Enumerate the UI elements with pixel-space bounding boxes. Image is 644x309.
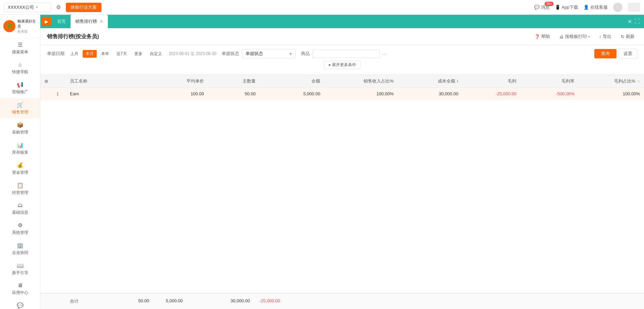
page-header: 销售排行榜(按业务员) ❓ 帮助 🖨 按模板打印 ▾ ↑ 导出 — [40, 28, 644, 45]
row-gross-pct: 100.00% — [578, 88, 644, 100]
date-btn-last-month[interactable]: 上月 — [67, 50, 81, 58]
top-right-actions: 💬 消息 99+ 📱 App下载 👤 在线客服 — [534, 3, 640, 12]
refresh-button[interactable]: ↻ 刷新 — [618, 32, 637, 41]
guide-icon: 📖 — [17, 262, 24, 269]
settings-icon[interactable]: ⚙ — [54, 3, 63, 12]
sidebar-item-inventory[interactable]: 📊 库存核算 — [0, 139, 40, 159]
maximize-icon[interactable]: ⛶ — [635, 18, 640, 24]
message-button[interactable]: 💬 消息 99+ — [534, 4, 550, 10]
row-gross: -25,000.00 — [462, 88, 520, 100]
sales-icon: 🛒 — [17, 102, 24, 108]
cost-info-icon[interactable]: ℹ — [457, 79, 458, 83]
col-header-avg-price: 平均单价 — [143, 75, 208, 88]
date-btn-this-month[interactable]: 本月 — [83, 50, 97, 58]
service-label: 在线客服 — [590, 4, 608, 10]
tab-home-label: 首页 — [57, 18, 66, 24]
date-btn-7days[interactable]: 近7天 — [114, 50, 130, 58]
goods-input[interactable] — [312, 50, 380, 58]
sidebar-item-finance[interactable]: 💰 资金管理 — [0, 159, 40, 179]
query-button[interactable]: 查询 — [594, 49, 616, 58]
print-label: 按模板打印 — [565, 34, 587, 40]
help-button[interactable]: ❓ 帮助 — [532, 32, 553, 41]
online-service-button[interactable]: 👤 在线客服 — [584, 4, 608, 10]
col-header-gross: 毛利 — [462, 75, 520, 88]
tab-sales-ranking[interactable]: 销售排行榜 ✕ — [71, 15, 108, 28]
status-select[interactable]: 单据状态 ▾ — [242, 49, 296, 58]
table-row: 1 Eam 100.00 50.00 — [40, 88, 644, 100]
sidebar-item-search[interactable]: ☰ 搜索菜单 — [0, 38, 40, 58]
more-options-icon[interactable]: ··· — [382, 51, 386, 56]
goods-filter-label: 商品 — [301, 51, 310, 57]
footer-empty-rank — [40, 296, 66, 306]
date-btn-more[interactable]: 更多 — [131, 50, 145, 58]
apps-icon: 🖥 — [17, 282, 23, 289]
col-header-cost: 成本全额 ℹ — [398, 75, 462, 88]
page-title: 销售排行榜(按业务员) — [47, 33, 99, 40]
finance-icon: 💰 — [17, 162, 24, 168]
sidebar-item-enterprise[interactable]: 🏢 企业协同 — [0, 239, 40, 259]
export-button[interactable]: ↑ 导出 — [597, 32, 614, 41]
table-header-row: ⚙ 员工名称 平均单价 主数量 — [40, 75, 644, 88]
sidebar-item-apps[interactable]: 🖥 应用中心 — [0, 279, 40, 299]
tab-bar: ▶ 首页 销售排行榜 ✕ ✕ ⛶ — [40, 15, 644, 28]
sidebar-item-sales[interactable]: 🛒 销售管理 — [0, 98, 40, 118]
col-header-name: 员工名称 — [66, 75, 143, 88]
sidebar-item-marketing[interactable]: 📢 营销推广 — [0, 78, 40, 98]
footer-gross: -25,000.00 — [254, 296, 284, 306]
expand-more-button[interactable]: ▾ 展开更多条件 — [324, 61, 360, 69]
sidebar-item-guide[interactable]: 📖 新手引导 — [0, 259, 40, 279]
avatar[interactable] — [613, 3, 622, 12]
goods-filter-group: 商品 ··· — [301, 50, 386, 58]
company-selector[interactable]: XXXXXX公司 ▾ — [4, 3, 51, 12]
print-button[interactable]: 🖨 按模板打印 ▾ — [557, 32, 593, 41]
row-cost: 30,000.00 — [398, 88, 462, 100]
sidebar-item-operations[interactable]: 📋 经营管理 — [0, 179, 40, 199]
tab-nav-icon[interactable]: ▶ — [42, 17, 51, 26]
app-download-button[interactable]: 📱 App下载 — [555, 4, 578, 10]
sidebar-item-label: 搜索菜单 — [12, 49, 28, 55]
content-area: ▶ 首页 销售排行榜 ✕ ✕ ⛶ 销售排行榜(按业务员) ❓ — [40, 15, 644, 309]
row-rank: 1 — [52, 88, 66, 100]
filter-row: 单据日期 上月 本月 本年 近7天 更多 自定义 2023-06-01 至 20… — [47, 49, 637, 59]
sidebar-item-wechat[interactable]: 💬 企业微信 — [0, 299, 40, 309]
column-settings-icon[interactable]: ⚙ — [44, 79, 48, 84]
settings-button[interactable]: 设置 — [618, 49, 637, 59]
tab-sales-ranking-label: 销售排行榜 — [75, 18, 97, 24]
date-btn-custom[interactable]: 自定义 — [147, 50, 165, 58]
marketing-icon: 📢 — [17, 82, 24, 88]
date-btn-this-year[interactable]: 本年 — [98, 50, 112, 58]
sort-icon[interactable]: ⇅ — [637, 80, 640, 83]
sidebar-item-purchase[interactable]: 📦 采购管理 — [0, 118, 40, 139]
col-header-settings[interactable]: ⚙ — [40, 75, 52, 88]
sidebar-item-label: 应用中心 — [12, 290, 28, 296]
operations-icon: 📋 — [17, 182, 24, 189]
col-header-rank — [52, 75, 66, 88]
date-range-text: 2023-06-01 至 2023-06-30 — [169, 51, 216, 57]
tab-home[interactable]: 首页 — [52, 15, 71, 28]
close-window-icon[interactable]: ✕ — [628, 18, 632, 25]
question-icon: ❓ — [534, 34, 540, 39]
sidebar-item-basic[interactable]: 🗂 基础信息 — [0, 199, 40, 219]
expand-row: ▾ 展开更多条件 — [47, 59, 637, 71]
col-header-amount: 全额 — [260, 75, 324, 88]
sidebar-item-system[interactable]: ⚙ 系统管理 — [0, 219, 40, 239]
user-menu[interactable] — [628, 3, 640, 12]
message-icon: 💬 — [534, 5, 540, 10]
trial-button[interactable]: 体验行业方案 — [66, 3, 101, 12]
logo-icon: 🌿 — [3, 20, 15, 32]
top-bar: XXXXXX公司 ▾ ⚙ 体验行业方案 💬 消息 99+ 📱 App下载 👤 在… — [0, 0, 644, 15]
sidebar-item-shortcut[interactable]: ⌂ 快捷导航 — [0, 58, 40, 78]
row-settings — [40, 88, 52, 100]
footer-row: 合计 50.00 5,000.00 30,000.00 -25,000.00 — [40, 296, 644, 306]
status-filter-group: 单据状态 单据状态 ▾ — [222, 49, 296, 58]
footer-qty: 50.00 — [126, 296, 153, 306]
refresh-icon: ↻ — [621, 34, 625, 39]
logo-text: 畅康通好生意 — [17, 19, 37, 29]
row-name: Eam — [66, 88, 143, 100]
footer-amount: 5,000.00 — [153, 296, 187, 306]
logo-sub: 标准版 — [17, 29, 37, 34]
col-header-sales-pct: 销售收入占比% — [324, 75, 397, 88]
tab-close-icon[interactable]: ✕ — [100, 19, 103, 24]
export-icon: ↑ — [599, 34, 602, 39]
basic-icon: 🗂 — [17, 202, 23, 208]
